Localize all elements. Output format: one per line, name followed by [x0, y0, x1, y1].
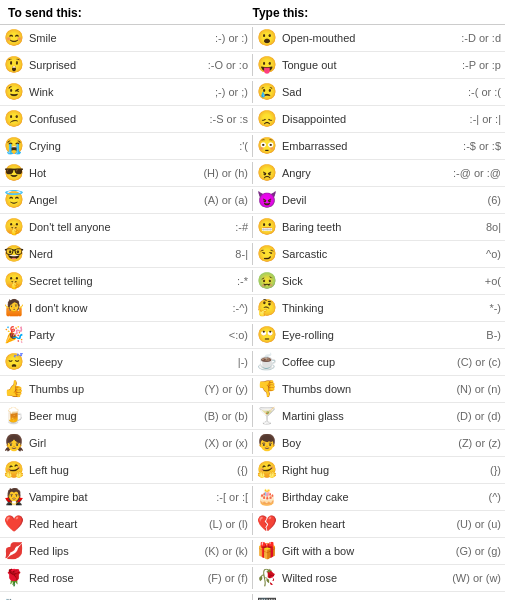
table-row: 😇 Angel (A) or (a) 😈 Devil (6)	[0, 187, 505, 214]
header-col1: To send this:	[8, 6, 253, 20]
left-cell: 👍 Thumbs up (Y) or (y)	[0, 378, 252, 400]
right-code: :-@ or :@	[453, 167, 501, 179]
right-code: +o(	[485, 275, 501, 287]
left-cell: 🍺 Beer mug (B) or (b)	[0, 405, 252, 427]
left-code: |-)	[238, 356, 248, 368]
left-name: Crying	[29, 140, 239, 152]
left-name: Red rose	[29, 572, 208, 584]
left-cell: 👧 Girl (X) or (x)	[0, 432, 252, 454]
left-code: :-^)	[232, 302, 248, 314]
left-emoji: 😴	[4, 352, 24, 372]
right-name: Sad	[282, 86, 468, 98]
left-emoji: 🤷	[4, 298, 24, 318]
right-emoji: 💔	[257, 514, 277, 534]
right-cell: 😳 Embarrassed :-$ or :$	[253, 135, 505, 157]
left-code: (H) or (h)	[203, 167, 248, 179]
right-name: Coffee cup	[282, 356, 457, 368]
right-emoji: 🤔	[257, 298, 277, 318]
right-cell: 🥀 Wilted rose (W) or (w)	[253, 567, 505, 589]
right-name: Devil	[282, 194, 488, 206]
table-row: 👧 Girl (X) or (x) 👦 Boy (Z) or (z)	[0, 430, 505, 457]
emoji-table: 😊 Smile :-) or :) 😮 Open-mouthed :-D or …	[0, 25, 505, 600]
right-emoji: 😏	[257, 244, 277, 264]
left-name: Girl	[29, 437, 205, 449]
table-row: 🤷 I don't know :-^) 🤔 Thinking *-)	[0, 295, 505, 322]
left-name: Angel	[29, 194, 204, 206]
table-row: 😉 Wink ;-) or ;) 😢 Sad :-( or :(	[0, 79, 505, 106]
left-emoji: 🍺	[4, 406, 24, 426]
right-emoji: 😞	[257, 109, 277, 129]
left-code: (F) or (f)	[208, 572, 248, 584]
left-cell: 😊 Smile :-) or :)	[0, 27, 252, 49]
right-emoji: 🤗	[257, 460, 277, 480]
right-emoji: 😢	[257, 82, 277, 102]
left-emoji: 😇	[4, 190, 24, 210]
left-name: Vampire bat	[29, 491, 216, 503]
left-name: Smile	[29, 32, 215, 44]
right-emoji: 😈	[257, 190, 277, 210]
left-emoji: ❤️	[4, 514, 24, 534]
right-cell: 😛 Tongue out :-P or :p	[253, 54, 505, 76]
right-emoji: 🍸	[257, 406, 277, 426]
left-code: :-S or :s	[209, 113, 248, 125]
left-cell: ❤️ Red heart (L) or (l)	[0, 513, 252, 535]
left-emoji: 😎	[4, 163, 24, 183]
left-cell: 😎 Hot (H) or (h)	[0, 162, 252, 184]
left-cell: 🤓 Nerd 8-|	[0, 243, 252, 265]
right-emoji: 😮	[257, 28, 277, 48]
right-code: :-| or :|	[470, 113, 501, 125]
left-name: I don't know	[29, 302, 232, 314]
left-code: ;-) or ;)	[215, 86, 248, 98]
table-row: 😭 Crying :'( 😳 Embarrassed :-$ or :$	[0, 133, 505, 160]
left-emoji: 🎉	[4, 325, 24, 345]
right-cell: 🍸 Martini glass (D) or (d)	[253, 405, 505, 427]
right-code: (})	[490, 464, 501, 476]
right-name: Embarrassed	[282, 140, 463, 152]
right-cell: 💔 Broken heart (U) or (u)	[253, 513, 505, 535]
left-code: :-[ or :[	[216, 491, 248, 503]
left-emoji: 📷	[4, 595, 24, 600]
table-row: 🍺 Beer mug (B) or (b) 🍸 Martini glass (D…	[0, 403, 505, 430]
left-emoji: 🤫	[4, 217, 24, 237]
right-emoji: 🎞️	[257, 595, 277, 600]
right-cell: 🙄 Eye-rolling B-)	[253, 324, 505, 346]
table-row: 📷 Camera (P) or (p) 🎞️ Filmstrip (~)	[0, 592, 505, 600]
left-code: (L) or (l)	[209, 518, 248, 530]
right-name: Broken heart	[282, 518, 456, 530]
left-code: :-*	[237, 275, 248, 287]
right-cell: 😠 Angry :-@ or :@	[253, 162, 505, 184]
right-emoji: 🤢	[257, 271, 277, 291]
table-row: 😎 Hot (H) or (h) 😠 Angry :-@ or :@	[0, 160, 505, 187]
right-name: Sarcastic	[282, 248, 486, 260]
main-container: To send this: Type this: 😊 Smile :-) or …	[0, 0, 505, 600]
right-emoji: 🥀	[257, 568, 277, 588]
right-name: Sick	[282, 275, 485, 287]
right-cell: 🎂 Birthday cake (^)	[253, 486, 505, 508]
left-code: ({)	[237, 464, 248, 476]
right-code: 8o|	[486, 221, 501, 233]
left-emoji: 💋	[4, 541, 24, 561]
right-emoji: 🎂	[257, 487, 277, 507]
right-name: Thinking	[282, 302, 489, 314]
left-name: Left hug	[29, 464, 237, 476]
left-emoji: 🤗	[4, 460, 24, 480]
right-name: Right hug	[282, 464, 490, 476]
left-emoji: 🧛	[4, 487, 24, 507]
left-code: <:o)	[229, 329, 248, 341]
table-row: 😴 Sleepy |-) ☕ Coffee cup (C) or (c)	[0, 349, 505, 376]
left-code: (Y) or (y)	[205, 383, 248, 395]
right-name: Tongue out	[282, 59, 462, 71]
right-code: (6)	[488, 194, 501, 206]
left-cell: 🌹 Red rose (F) or (f)	[0, 567, 252, 589]
right-code: *-)	[489, 302, 501, 314]
table-row: 😊 Smile :-) or :) 😮 Open-mouthed :-D or …	[0, 25, 505, 52]
table-row: 😲 Surprised :-O or :o 😛 Tongue out :-P o…	[0, 52, 505, 79]
table-header: To send this: Type this:	[0, 0, 505, 25]
left-name: Beer mug	[29, 410, 204, 422]
left-code: (K) or (k)	[205, 545, 248, 557]
left-cell: 📷 Camera (P) or (p)	[0, 594, 252, 600]
right-name: Gift with a bow	[282, 545, 456, 557]
left-cell: 😲 Surprised :-O or :o	[0, 54, 252, 76]
left-code: :'(	[239, 140, 248, 152]
table-row: 💋 Red lips (K) or (k) 🎁 Gift with a bow …	[0, 538, 505, 565]
